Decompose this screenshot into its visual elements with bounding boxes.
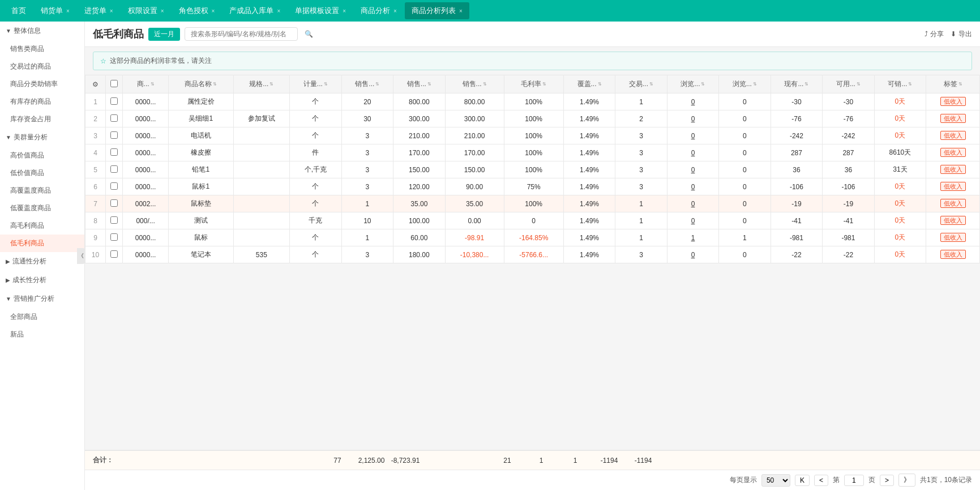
- sidebar-item-high-margin[interactable]: 高毛利商品: [0, 217, 84, 235]
- col-sales-qty[interactable]: 销售...⇅: [341, 75, 393, 93]
- row-views1-7[interactable]: 0: [667, 212, 718, 229]
- sidebar-item-inventory-capital[interactable]: 库存资金占用: [0, 110, 84, 128]
- row-sales-amount-3: 170.00: [393, 144, 445, 161]
- nav-roles[interactable]: 角色授权 ×: [172, 2, 222, 19]
- col-sales-amount[interactable]: 销售...⇅: [393, 75, 445, 93]
- row-views1-0[interactable]: 0: [667, 93, 718, 110]
- sidebar-item-low-margin[interactable]: 低毛利商品: [0, 235, 84, 252]
- row-views1-6[interactable]: 0: [667, 195, 718, 212]
- sidebar-item-high-coverage[interactable]: 高覆盖度商品: [0, 182, 84, 199]
- footer-views1: 1: [524, 457, 558, 465]
- sidebar-group-flow[interactable]: ▶ 流通性分析: [0, 252, 84, 271]
- row-tag-5: 低收入: [926, 178, 980, 195]
- row-checkbox-4[interactable]: [106, 161, 123, 178]
- col-views2[interactable]: 浏览...⇅: [719, 75, 771, 93]
- row-views1-3[interactable]: 0: [667, 144, 718, 161]
- page-size-select[interactable]: 50 100 200: [761, 474, 790, 487]
- nav-close-sales[interactable]: ×: [66, 8, 70, 14]
- nav-permissions[interactable]: 权限设置 ×: [121, 2, 171, 19]
- sidebar-item-low-value[interactable]: 低价值商品: [0, 164, 84, 182]
- col-views1[interactable]: 浏览...⇅: [667, 75, 718, 93]
- row-views1-1[interactable]: 0: [667, 110, 718, 127]
- col-available-stock[interactable]: 可用...⇅: [823, 75, 874, 93]
- row-views1-4[interactable]: 0: [667, 161, 718, 178]
- col-spec[interactable]: 规格...⇅: [233, 75, 290, 93]
- row-checkbox-9[interactable]: [106, 246, 123, 263]
- last-page-button[interactable]: 》: [898, 474, 915, 487]
- sidebar-item-in-stock[interactable]: 有库存的商品: [0, 93, 84, 110]
- export-button[interactable]: ⬇ 导出: [951, 29, 972, 39]
- nav-close-templates[interactable]: ×: [343, 8, 346, 14]
- nav-sales[interactable]: 销货单 ×: [34, 2, 76, 19]
- nav-close-production[interactable]: ×: [277, 8, 280, 14]
- sidebar-item-low-coverage[interactable]: 低覆盖度商品: [0, 199, 84, 217]
- select-all-checkbox[interactable]: [110, 80, 118, 87]
- col-current-stock[interactable]: 现有...⇅: [771, 75, 822, 93]
- first-page-button[interactable]: K: [795, 475, 810, 486]
- nav-production[interactable]: 产成品入库单 ×: [222, 2, 287, 19]
- col-sales-profit[interactable]: 销售...⇅: [445, 75, 504, 93]
- nav-templates[interactable]: 单据模板设置 ×: [288, 2, 353, 19]
- content-header: 低毛利商品 近一月 🔍 ⤴ 分享 ⬇ 导出: [85, 22, 980, 47]
- col-checkbox[interactable]: [106, 75, 123, 93]
- row-views1-8[interactable]: 1: [667, 229, 718, 246]
- sidebar-item-category-rate[interactable]: 商品分类助销率: [0, 75, 84, 93]
- page-input[interactable]: [844, 475, 864, 486]
- page-size-label: 每页显示: [730, 475, 757, 485]
- row-checkbox-8[interactable]: [106, 229, 123, 246]
- sidebar-item-traded-products[interactable]: 交易过的商品: [0, 58, 84, 75]
- row-checkbox-1[interactable]: [106, 110, 123, 127]
- nav-purchase[interactable]: 进货单 ×: [78, 2, 120, 19]
- col-margin-rate[interactable]: 毛利率⇅: [504, 75, 563, 93]
- col-sellable-days[interactable]: 可销...⇅: [874, 75, 926, 93]
- sidebar-collapse-button[interactable]: 《: [77, 248, 85, 264]
- col-coverage[interactable]: 覆盖...⇅: [563, 75, 615, 93]
- row-views1-5[interactable]: 0: [667, 178, 718, 195]
- pagination-summary: 共1页，10条记录: [920, 475, 972, 485]
- row-views1-9[interactable]: 0: [667, 246, 718, 263]
- arrow-icon: ▼: [6, 28, 11, 34]
- nav-home[interactable]: 首页: [5, 2, 33, 19]
- sidebar-group-marketing[interactable]: ▼ 营销推广分析: [0, 289, 84, 308]
- row-checkbox-5[interactable]: [106, 178, 123, 195]
- row-checkbox-0[interactable]: [106, 93, 123, 110]
- sidebar-item-sales-products[interactable]: 销售类商品: [0, 40, 84, 58]
- nav-close-purchase[interactable]: ×: [110, 8, 113, 14]
- row-tag-3: 低收入: [926, 144, 980, 161]
- row-views1-2[interactable]: 0: [667, 127, 718, 144]
- row-sales-qty-9: 3: [341, 246, 393, 263]
- row-checkbox-3[interactable]: [106, 144, 123, 161]
- export-icon: ⬇: [951, 30, 956, 38]
- row-code-1: 0000...: [123, 110, 169, 127]
- nav-close-product-analysis-list[interactable]: ×: [459, 8, 463, 14]
- sidebar-group-cluster[interactable]: ▼ 美群量分析: [0, 128, 84, 147]
- nav-close-permissions[interactable]: ×: [161, 8, 164, 14]
- col-tag[interactable]: 标签⇅: [926, 75, 980, 93]
- col-code[interactable]: 商...⇅: [123, 75, 169, 93]
- row-checkbox-6[interactable]: [106, 195, 123, 212]
- row-sellable-days-3: 8610天: [874, 144, 926, 161]
- nav-product-analysis-list[interactable]: 商品分析列表 ×: [405, 2, 469, 19]
- col-settings[interactable]: ⚙: [85, 75, 106, 93]
- row-tag-9: 低收入: [926, 246, 980, 263]
- nav-close-roles[interactable]: ×: [212, 8, 215, 14]
- next-page-button[interactable]: >: [880, 475, 894, 486]
- search-input[interactable]: [185, 27, 298, 41]
- search-icon[interactable]: 🔍: [305, 30, 313, 38]
- sidebar-item-all-products[interactable]: 全部商品: [0, 308, 84, 326]
- nav-product-analysis[interactable]: 商品分析 ×: [354, 2, 404, 19]
- col-unit[interactable]: 计量...⇅: [290, 75, 341, 93]
- col-name[interactable]: 商品名称⇅: [169, 75, 233, 93]
- time-filter-button[interactable]: 近一月: [148, 28, 180, 41]
- sidebar-item-high-value[interactable]: 高价值商品: [0, 147, 84, 164]
- row-checkbox-7[interactable]: [106, 212, 123, 229]
- share-button[interactable]: ⤴ 分享: [925, 29, 944, 39]
- main-layout: ▼ 整体信息 销售类商品 交易过的商品 商品分类助销率 有库存的商品 库存资金占…: [0, 22, 980, 490]
- sidebar-group-growth[interactable]: ▶ 成长性分析: [0, 271, 84, 289]
- nav-close-product-analysis[interactable]: ×: [393, 8, 397, 14]
- row-checkbox-2[interactable]: [106, 127, 123, 144]
- prev-page-button[interactable]: <: [814, 475, 828, 486]
- sidebar-item-new-products[interactable]: 新品: [0, 326, 84, 343]
- sidebar-group-overview[interactable]: ▼ 整体信息: [0, 22, 84, 40]
- col-transaction[interactable]: 交易...⇅: [615, 75, 667, 93]
